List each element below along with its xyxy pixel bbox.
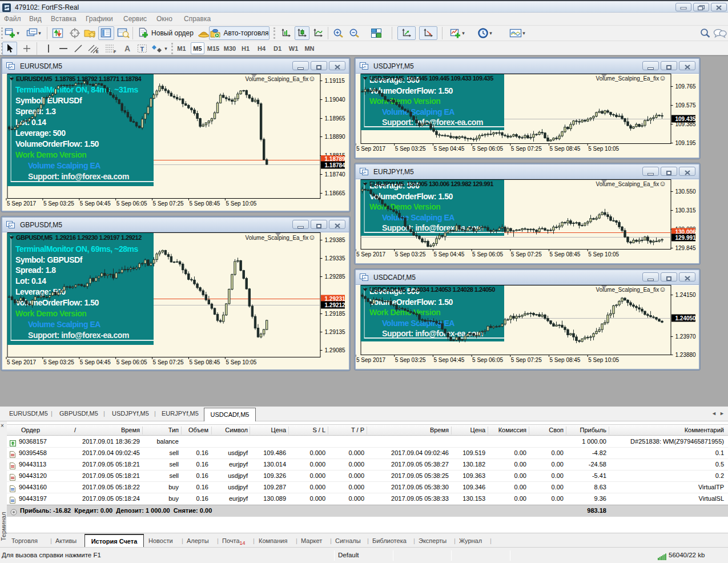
svg-text:5 Sep 08:45: 5 Sep 08:45 <box>190 359 220 365</box>
svg-text:5 Sep 06:05: 5 Sep 06:05 <box>472 146 503 152</box>
svg-text:109.195: 109.195 <box>675 140 697 146</box>
svg-text:5 Sep 04:45: 5 Sep 04:45 <box>433 357 464 363</box>
svg-text:5 Sep 2017: 5 Sep 2017 <box>356 251 386 258</box>
svg-text:Work Demo Version: Work Demo Version <box>15 309 86 318</box>
svg-text:5 Sep 07:25: 5 Sep 07:25 <box>511 357 542 363</box>
svg-text:VolumeOrderFlow: 1.50: VolumeOrderFlow: 1.50 <box>369 297 453 307</box>
svg-text:A: A <box>124 44 130 53</box>
svg-text:1.29231: 1.29231 <box>325 296 346 302</box>
svg-text:5 Sep 10:05: 5 Sep 10:05 <box>226 200 256 207</box>
svg-text:Volume_Scalping_Ea_fix☺: Volume_Scalping_Ea_fix☺ <box>596 180 666 188</box>
svg-text:5 Sep 06:05: 5 Sep 06:05 <box>472 251 503 258</box>
svg-text:Support: info@forex-ea.com: Support: info@forex-ea.com <box>28 331 129 340</box>
svg-text:USDCADf,M5 1.24034 1.24053 1.: USDCADf,M5 1.24034 1.24053 1.24028 1.240… <box>369 286 495 293</box>
svg-text:1.18890: 1.18890 <box>325 134 346 140</box>
svg-text:1.23970: 1.23970 <box>675 333 697 340</box>
svg-text:109.765: 109.765 <box>675 83 697 90</box>
svg-text:Leverage: 500: Leverage: 500 <box>15 128 66 138</box>
svg-text:5 Sep 2017: 5 Sep 2017 <box>356 357 386 363</box>
svg-text:Spread: 1.8: Spread: 1.8 <box>15 266 56 275</box>
svg-text:5 Sep 2017: 5 Sep 2017 <box>7 200 37 207</box>
svg-text:Volume_Scalping_Ea_fix☺: Volume_Scalping_Ea_fix☺ <box>246 75 316 83</box>
svg-text:1.18965: 1.18965 <box>325 115 346 122</box>
svg-text:109.435: 109.435 <box>675 116 697 122</box>
svg-text:130.315: 130.315 <box>675 207 697 214</box>
svg-text:TerminalMonitor ON, 69ms, ~28m: TerminalMonitor ON, 69ms, ~28ms <box>15 244 139 254</box>
svg-text:109.575: 109.575 <box>675 102 697 108</box>
svg-text:5 Sep 10:05: 5 Sep 10:05 <box>588 251 619 258</box>
svg-text:5 Sep 07:25: 5 Sep 07:25 <box>511 146 542 152</box>
svg-text:5 Sep 10:05: 5 Sep 10:05 <box>226 359 256 365</box>
svg-text:1.29335: 1.29335 <box>325 255 346 262</box>
svg-text:Symbol: GBPUSDf: Symbol: GBPUSDf <box>15 255 83 264</box>
svg-text:5 Sep 07:25: 5 Sep 07:25 <box>511 251 542 258</box>
svg-text:1.29185: 1.29185 <box>325 311 346 317</box>
svg-text:5 Sep 08:45: 5 Sep 08:45 <box>550 357 581 363</box>
svg-text:5 Sep 10:05: 5 Sep 10:05 <box>588 357 619 363</box>
svg-text:5 Sep 07:25: 5 Sep 07:25 <box>153 359 184 365</box>
svg-text:5 Sep 06:05: 5 Sep 06:05 <box>116 359 147 365</box>
svg-text:Volume Scalping EA: Volume Scalping EA <box>382 319 455 328</box>
svg-text:Volume_Scalping_Ea_fix☺: Volume_Scalping_Ea_fix☺ <box>596 285 666 293</box>
svg-text:5 Sep 08:45: 5 Sep 08:45 <box>550 251 581 258</box>
svg-text:Work Demo Version: Work Demo Version <box>369 96 440 106</box>
svg-text:Volume Scalping EA: Volume Scalping EA <box>28 161 100 170</box>
svg-text:5 Sep 03:25: 5 Sep 03:25 <box>395 146 426 152</box>
svg-text:1.29285: 1.29285 <box>325 274 346 280</box>
svg-text:5 Sep 04:45: 5 Sep 04:45 <box>433 251 464 258</box>
svg-text:VolumeOrderFlow: 1.50: VolumeOrderFlow: 1.50 <box>15 139 99 148</box>
svg-text:5 Sep 07:25: 5 Sep 07:25 <box>153 200 184 207</box>
svg-text:GBPUSDf,M5 1.29216 1.29230 1.: GBPUSDf,M5 1.29216 1.29230 1.29197 1.292… <box>16 234 142 241</box>
svg-text:Lot: 0.14: Lot: 0.14 <box>15 276 46 285</box>
svg-text:Volume_Scalping_Ea_fix☺: Volume_Scalping_Ea_fix☺ <box>596 74 666 82</box>
svg-text:1.24050: 1.24050 <box>675 315 697 321</box>
svg-text:5 Sep 2017: 5 Sep 2017 <box>356 146 386 152</box>
svg-text:129.991: 129.991 <box>675 235 697 241</box>
svg-text:5 Sep 03:25: 5 Sep 03:25 <box>43 359 74 365</box>
svg-text:VolumeOrderFlow: 1.50: VolumeOrderFlow: 1.50 <box>369 192 453 201</box>
svg-text:1.19115: 1.19115 <box>325 78 345 84</box>
svg-text:5 Sep 2017: 5 Sep 2017 <box>7 359 37 365</box>
svg-text:Volume_Scalping_Ea_fix☺: Volume_Scalping_Ea_fix☺ <box>246 234 316 242</box>
svg-text:1.29135: 1.29135 <box>325 329 346 335</box>
svg-text:EURUSDf,M5 1.18785 1.18792 1.: EURUSDf,M5 1.18785 1.18792 1.18771 1.187… <box>16 75 142 82</box>
svg-text:5 Sep 03:25: 5 Sep 03:25 <box>395 251 426 258</box>
svg-text:5 Sep 08:45: 5 Sep 08:45 <box>190 200 220 207</box>
svg-text:1.18740: 1.18740 <box>325 171 346 178</box>
svg-text:5 Sep 06:05: 5 Sep 06:05 <box>472 357 503 363</box>
svg-text:130.550: 130.550 <box>675 188 697 195</box>
svg-text:1.18789: 1.18789 <box>325 156 346 162</box>
svg-text:Support: info@forex-ea.com: Support: info@forex-ea.com <box>382 118 483 127</box>
svg-text:1.18665: 1.18665 <box>325 190 346 196</box>
svg-text:F: F <box>114 50 116 54</box>
svg-text:5 Sep 03:25: 5 Sep 03:25 <box>395 357 426 363</box>
svg-text:5 Sep 03:25: 5 Sep 03:25 <box>43 200 74 207</box>
svg-text:5 Sep 10:05: 5 Sep 10:05 <box>588 146 619 152</box>
svg-text:5 Sep 04:45: 5 Sep 04:45 <box>433 146 464 152</box>
svg-text:5 Sep 08:45: 5 Sep 08:45 <box>550 146 581 152</box>
svg-text:TerminalMonitor ON, 84ms, ~31m: TerminalMonitor ON, 84ms, ~31ms <box>15 85 139 94</box>
svg-text:E: E <box>96 50 99 54</box>
svg-text:Volume Scalping EA: Volume Scalping EA <box>28 320 100 329</box>
svg-text:5 Sep 04:45: 5 Sep 04:45 <box>80 359 111 365</box>
svg-text:EURJPYf,M5 130.005 130.006 12: EURJPYf,M5 130.005 130.006 129.982 129.9… <box>369 180 493 187</box>
svg-text:Work Demo Version: Work Demo Version <box>15 150 86 159</box>
svg-text:Work Demo Version: Work Demo Version <box>369 202 440 211</box>
svg-text:Volume Scalping EA: Volume Scalping EA <box>382 107 455 116</box>
svg-text:1.29385: 1.29385 <box>325 237 346 243</box>
svg-text:1.18784: 1.18784 <box>325 162 346 168</box>
svg-text:129.845: 129.845 <box>675 245 697 251</box>
svg-text:Volume Scalping EA: Volume Scalping EA <box>382 213 455 222</box>
svg-text:USDJPYf,M5 109.445 109.445 10: USDJPYf,M5 109.445 109.445 109.433 109.4… <box>369 75 493 82</box>
svg-text:5 Sep 04:45: 5 Sep 04:45 <box>80 200 111 207</box>
svg-text:T: T <box>140 46 144 53</box>
svg-text:1.19040: 1.19040 <box>325 96 346 103</box>
svg-text:1.29085: 1.29085 <box>325 347 346 353</box>
svg-text:5 Sep 06:05: 5 Sep 06:05 <box>116 200 147 207</box>
svg-text:Support: info@forex-ea.com: Support: info@forex-ea.com <box>28 172 129 181</box>
svg-text:VolumeOrderFlow: 1.50: VolumeOrderFlow: 1.50 <box>15 298 99 307</box>
svg-text:1.23880: 1.23880 <box>675 352 697 358</box>
svg-text:1.24150: 1.24150 <box>675 292 697 298</box>
svg-text:1.29212: 1.29212 <box>325 302 346 308</box>
